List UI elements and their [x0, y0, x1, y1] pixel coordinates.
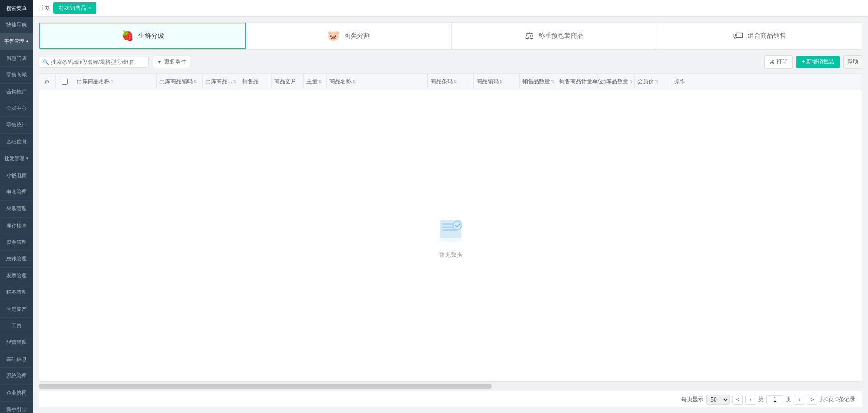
sidebar-item-newbie[interactable]: 新手引导: [0, 402, 33, 413]
sidebar-logo[interactable]: 搜索菜单: [0, 0, 33, 17]
sidebar-item-basic-info[interactable]: 基础信息: [0, 134, 33, 150]
first-page-button[interactable]: ⊲: [732, 395, 743, 405]
table-body: 暂无数据: [39, 90, 862, 381]
sidebar-item-purchase[interactable]: 采购管理: [0, 201, 33, 217]
help-button[interactable]: 帮助: [843, 55, 862, 69]
th-out-sku: 出库商品... ⇅: [203, 74, 239, 89]
wholesale-arrow-icon: ▼: [25, 156, 29, 161]
sort-price-icon[interactable]: ⇅: [655, 80, 658, 84]
empty-icon: [432, 213, 469, 245]
sort-main-icon[interactable]: ⇅: [318, 80, 322, 84]
sidebar-item-fixed-assets[interactable]: 固定资产: [0, 301, 33, 318]
sort-goods-name-icon[interactable]: ⇅: [352, 80, 356, 84]
select-all-checkbox[interactable]: [62, 79, 68, 85]
sidebar-item-retail-mall[interactable]: 零售商城: [0, 67, 33, 83]
th-sale-qty: 销售品数量 ⇅: [520, 74, 556, 89]
sidebar-item-wholesale[interactable]: 批发管理 ▼: [0, 150, 33, 167]
sidebar-item-enterprise[interactable]: 企业协同: [0, 385, 33, 402]
sidebar-item-ecommerce-mgmt[interactable]: 电商管理: [0, 184, 33, 201]
th-sale: 销售品: [239, 74, 272, 89]
sidebar-item-tax[interactable]: 税务管理: [0, 284, 33, 301]
search-input[interactable]: [51, 59, 145, 65]
tab-combo-sale[interactable]: 🏷 组合商品销售: [657, 23, 862, 49]
filter-button[interactable]: ▼ 更多条件: [153, 56, 190, 68]
th-member-price: 会员价 ⇅: [635, 74, 671, 89]
th-image: 商品图片: [272, 74, 304, 89]
th-sale-unit: 销售商品计量单位 ⇅: [556, 74, 598, 89]
sort-out-qty-icon[interactable]: ⇅: [629, 80, 633, 84]
category-tabs: 🍓 生鲜分级 🐷 肉类分割 ⚖ 称重预包装商品 🏷 组合商品销售: [39, 22, 862, 50]
scrollbar-thumb[interactable]: [39, 384, 492, 389]
sidebar-item-business-mgmt[interactable]: 经营管理: [0, 334, 33, 351]
th-out-product-name: 出库商品名称 ⇅: [74, 74, 157, 89]
empty-text: 暂无数据: [439, 251, 463, 259]
th-main: 主量 ⇅: [304, 74, 327, 89]
prev-page-icon: ‹: [749, 397, 751, 402]
sort-barcode-icon[interactable]: ⇅: [454, 80, 457, 84]
tab-fresh-grade[interactable]: 🍓 生鲜分级: [39, 23, 246, 49]
sort-sale-qty-icon[interactable]: ⇅: [551, 80, 555, 84]
topbar: 首页 特殊销售品 ×: [33, 0, 868, 17]
print-button[interactable]: 🖨 打印: [764, 55, 793, 69]
sort-goods-code-icon[interactable]: ⇅: [499, 80, 503, 84]
topbar-home-link[interactable]: 首页: [39, 4, 50, 12]
sidebar-item-inventory[interactable]: 库存核算: [0, 218, 33, 234]
th-setting[interactable]: ⚙: [39, 75, 56, 89]
page-number-input[interactable]: [766, 395, 783, 404]
search-box[interactable]: [39, 57, 149, 68]
sidebar-item-basic-info2[interactable]: 基础信息: [0, 351, 33, 368]
th-goods-name: 商品名称 ⇅: [327, 74, 428, 89]
topbar-active-tab[interactable]: 特殊销售品 ×: [53, 2, 96, 14]
th-checkbox[interactable]: [56, 75, 74, 88]
svg-point-6: [454, 222, 461, 229]
data-table: ⚙ 出库商品名称 ⇅ 出库商品编码 ⇅ 出库商品... ⇅: [39, 73, 862, 382]
prev-page-button[interactable]: ‹: [745, 395, 755, 405]
pagination-bar: 每页显示 50 20 100 ⊲ ‹ 第 页 ›: [39, 391, 862, 407]
page-size-select[interactable]: 50 20 100: [706, 395, 730, 405]
weigh-prepack-icon: ⚖: [525, 30, 534, 42]
th-goods-code: 商品编码 ⇅: [474, 74, 520, 89]
search-icon: [43, 59, 49, 65]
toolbar-left: ▼ 更多条件: [39, 56, 190, 68]
sidebar-item-finance[interactable]: 资金管理: [0, 234, 33, 251]
sort-out-code-icon[interactable]: ⇅: [193, 80, 197, 84]
sidebar-item-ledger[interactable]: 总账管理: [0, 251, 33, 267]
toolbar-right: 🖨 打印 + 新增销售品 帮助: [764, 55, 862, 69]
next-page-icon: ›: [798, 397, 800, 402]
gear-icon: ⚙: [45, 79, 50, 85]
sidebar-item-marketing[interactable]: 营销推广: [0, 84, 33, 100]
toolbar: ▼ 更多条件 🖨 打印 + 新增销售品 帮助: [39, 55, 862, 69]
sort-out-sku-icon[interactable]: ⇅: [233, 80, 237, 84]
printer-icon: 🖨: [769, 59, 775, 65]
sidebar-item-quick-nav[interactable]: 快捷导航: [0, 17, 33, 33]
meat-cut-icon: 🐷: [327, 30, 340, 42]
last-page-icon: ⊳: [810, 396, 814, 402]
sidebar-item-smart-store[interactable]: 智慧门店: [0, 50, 33, 67]
last-page-button[interactable]: ⊳: [807, 395, 817, 405]
sidebar-item-retail-mgmt[interactable]: 零售管理 ▲: [0, 33, 33, 50]
sidebar-item-retail-stats[interactable]: 零售统计: [0, 117, 33, 133]
tab-close-icon[interactable]: ×: [88, 6, 91, 11]
sidebar-item-member[interactable]: 会员中心: [0, 100, 33, 117]
th-out-qty: 出库品数量 ⇅: [598, 74, 635, 89]
filter-icon: ▼: [157, 59, 162, 65]
sort-out-name-icon[interactable]: ⇅: [111, 80, 114, 84]
sidebar-item-ecommerce-small[interactable]: 小畅电商: [0, 167, 33, 184]
sidebar-item-salary[interactable]: 工资: [0, 318, 33, 334]
th-out-product-code: 出库商品编码 ⇅: [157, 74, 203, 89]
content-area: 🍓 生鲜分级 🐷 肉类分割 ⚖ 称重预包装商品 🏷 组合商品销售: [33, 17, 868, 413]
combo-sale-icon: 🏷: [733, 30, 743, 42]
sidebar-item-system[interactable]: 系统管理: [0, 368, 33, 384]
th-operation: 操作: [671, 74, 699, 89]
sidebar-item-invoice[interactable]: 发票管理: [0, 268, 33, 284]
tab-weigh-prepack[interactable]: ⚖ 称重预包装商品: [452, 23, 657, 49]
tab-meat-cut[interactable]: 🐷 肉类分割: [246, 23, 451, 49]
add-sale-product-button[interactable]: + 新增销售品: [796, 56, 840, 68]
first-page-icon: ⊲: [736, 396, 740, 402]
table-header: ⚙ 出库商品名称 ⇅ 出库商品编码 ⇅ 出库商品... ⇅: [39, 74, 862, 90]
next-page-button[interactable]: ›: [794, 395, 804, 405]
sidebar: 搜索菜单 快捷导航 零售管理 ▲ 智慧门店 零售商城 营销推广 会员中心 零售统…: [0, 0, 33, 413]
pagination: 每页显示 50 20 100 ⊲ ‹ 第 页 ›: [681, 395, 855, 405]
horizontal-scrollbar[interactable]: [39, 384, 862, 389]
retail-mgmt-arrow-icon: ▲: [25, 39, 29, 44]
